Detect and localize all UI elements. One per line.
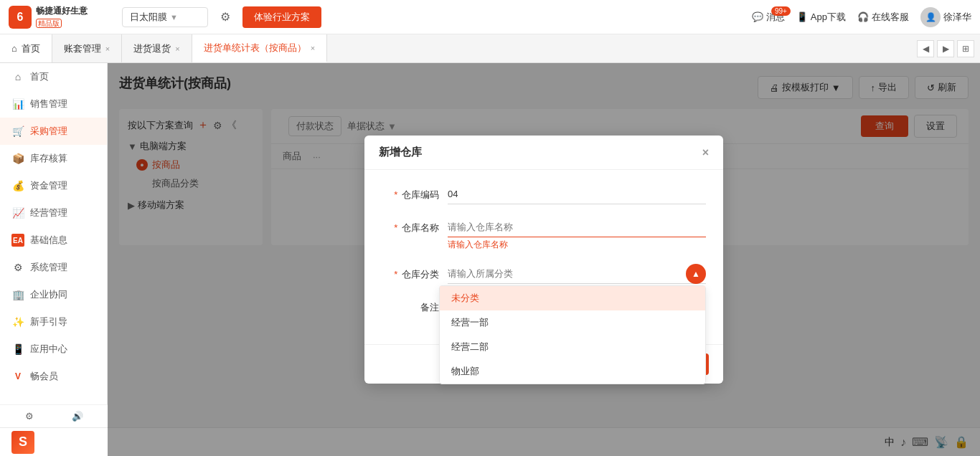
enterprise-icon: 🏢: [11, 289, 24, 300]
sidebar-item-operations[interactable]: 📈 经营管理: [0, 199, 107, 227]
sidebar-bottom-actions: ⚙ 🔊: [0, 404, 108, 427]
sidebar-item-finance[interactable]: 💰 资金管理: [0, 172, 107, 199]
sidebar-item-purchase[interactable]: 🛒 采购管理: [0, 118, 107, 145]
sidebar-item-system[interactable]: ⚙ 系统管理: [0, 254, 107, 281]
warehouse-category-row: * 仓库分类 ▲ 未分类: [382, 264, 706, 284]
app-download-button[interactable]: 📱 App下载: [796, 11, 846, 24]
finance-icon: 💰: [11, 180, 24, 191]
header-right: 💬 消息 99+ 📱 App下载 🎧 在线客服 👤 徐泽华: [752, 7, 971, 27]
sidebar-inventory-label: 库存核算: [30, 152, 67, 165]
tab-purchase-stat-label: 进货单统计表（按商品）: [204, 42, 306, 54]
logo-text-area: 畅捷通好生意 精品版: [36, 5, 88, 29]
home-sidebar-icon: ⌂: [11, 71, 24, 82]
messages-button[interactable]: 💬 消息 99+: [752, 11, 785, 24]
operations-icon: 📈: [11, 207, 24, 219]
category-label: * 仓库分类: [382, 264, 439, 281]
inventory-icon: 📦: [11, 153, 24, 164]
add-warehouse-modal: 新增仓库 × * 仓库编码: [364, 136, 723, 384]
logo-icon: 6: [9, 6, 32, 29]
online-service-button[interactable]: 🎧 在线客服: [857, 11, 909, 24]
main-content: 进货单统计(按商品) 🖨 按模板打印 ▼ ↑ 导出 ↺ 刷新: [108, 63, 980, 456]
user-menu-button[interactable]: 👤 徐泽华: [920, 7, 971, 27]
sidebar-item-vip[interactable]: V 畅会员: [0, 363, 107, 390]
name-error-message: 请输入仓库名称: [448, 239, 706, 251]
tab-accounts-label: 账套管理: [64, 42, 101, 55]
note-label: 备注: [382, 297, 439, 314]
store-selector[interactable]: 日太阳膜 ▼: [122, 7, 208, 27]
sidebar-purchase-label: 采购管理: [30, 125, 67, 138]
purchase-icon: 🛒: [11, 125, 24, 137]
tab-accounts[interactable]: 账套管理 ×: [52, 34, 122, 62]
dropdown-item-ops2[interactable]: 经营二部: [440, 335, 705, 359]
top-header: 6 畅捷通好生意 精品版 日太阳膜 ▼ ⚙ 体验行业方案 💬 消息 99+ 📱 …: [0, 0, 980, 34]
modal-body: * 仓库编码 * 仓库名称: [364, 170, 723, 344]
sidebar-operations-label: 经营管理: [30, 206, 67, 219]
tab-home[interactable]: ⌂ 首页: [0, 34, 52, 62]
trial-industry-button[interactable]: 体验行业方案: [242, 6, 321, 28]
store-name: 日太阳膜: [130, 11, 167, 24]
sales-icon: 📊: [11, 98, 24, 110]
store-arrow-icon: ▼: [170, 13, 178, 22]
main-layout: ⌂ 首页 📊 销售管理 🛒 采购管理 📦 库存核算 💰 资金管理 📈 经营管理 …: [0, 63, 980, 456]
app-label: App下载: [811, 11, 846, 24]
tab-purchase-return[interactable]: 进货退货 ×: [122, 34, 192, 62]
tab-purchase-stat[interactable]: 进货单统计表（按商品） ×: [192, 34, 327, 62]
home-icon: ⌂: [11, 43, 17, 54]
tab-home-label: 首页: [22, 42, 40, 55]
category-select-wrap: ▲: [448, 264, 706, 284]
s-logo-icon: S: [11, 431, 34, 454]
name-label: * 仓库名称: [382, 217, 439, 234]
sidebar-enterprise-label: 企业协同: [30, 288, 67, 301]
chevron-up-icon: ▲: [692, 269, 700, 279]
modal-close-button[interactable]: ×: [702, 146, 709, 159]
sidebar-guide-label: 新手引导: [30, 315, 67, 328]
sidebar-item-sales[interactable]: 📊 销售管理: [0, 90, 107, 118]
message-icon: 💬: [752, 11, 763, 22]
tab-purchase-return-label: 进货退货: [133, 42, 171, 55]
tab-expand-button[interactable]: ⊞: [957, 40, 974, 57]
settings-bottom-icon[interactable]: ⚙: [25, 411, 34, 422]
sidebar: ⌂ 首页 📊 销售管理 🛒 采购管理 📦 库存核算 💰 资金管理 📈 经营管理 …: [0, 63, 108, 456]
warehouse-name-input[interactable]: [448, 217, 706, 237]
sidebar-item-inventory[interactable]: 📦 库存核算: [0, 145, 107, 172]
dropdown-item-ops3[interactable]: 物业部: [440, 359, 705, 384]
message-badge: 99+: [771, 6, 791, 16]
footer-logo: S: [11, 431, 34, 454]
category-dropdown-button[interactable]: ▲: [686, 264, 706, 284]
sidebar-home-label: 首页: [30, 70, 49, 83]
logo-badge: 精品版: [36, 17, 88, 29]
sidebar-finance-label: 资金管理: [30, 179, 67, 192]
tab-purchase-stat-close-icon[interactable]: ×: [311, 44, 315, 52]
category-input[interactable]: [448, 264, 706, 284]
system-icon: ⚙: [11, 262, 24, 273]
phone-icon: 📱: [796, 11, 808, 22]
sidebar-item-app-center[interactable]: 📱 应用中心: [0, 336, 107, 363]
sidebar-item-guide[interactable]: ✨ 新手引导: [0, 308, 107, 336]
settings-gear-button[interactable]: ⚙: [214, 6, 237, 29]
sidebar-vip-label: 畅会员: [30, 370, 58, 383]
tab-bar: ⌂ 首页 账套管理 × 进货退货 × 进货单统计表（按商品） × ◀ ▶ ⊞: [0, 34, 980, 63]
tab-next-button[interactable]: ▶: [937, 40, 954, 57]
gear-icon: ⚙: [220, 10, 230, 24]
warehouse-code-input[interactable]: [448, 184, 706, 204]
sidebar-item-home[interactable]: ⌂ 首页: [0, 63, 107, 90]
user-avatar: 👤: [920, 7, 941, 27]
headset-icon: 🎧: [857, 11, 869, 22]
sidebar-item-enterprise[interactable]: 🏢 企业协同: [0, 281, 107, 308]
tab-purchase-return-close-icon[interactable]: ×: [175, 44, 179, 53]
guide-icon: ✨: [11, 316, 24, 328]
service-label: 在线客服: [872, 11, 909, 24]
dropdown-item-ops1[interactable]: 经营一部: [440, 310, 705, 335]
warehouse-name-row: * 仓库名称 请输入仓库名称: [382, 217, 706, 251]
tab-accounts-close-icon[interactable]: ×: [105, 44, 110, 53]
logo-text-line1: 畅捷通好生意: [36, 5, 88, 17]
app-center-icon: 📱: [11, 343, 24, 355]
audio-icon[interactable]: 🔊: [72, 411, 83, 422]
basic-info-icon: EA: [11, 234, 24, 247]
sidebar-item-basic-info[interactable]: EA 基础信息: [0, 227, 107, 254]
tab-prev-button[interactable]: ◀: [917, 40, 934, 57]
dropdown-item-unclassified[interactable]: 未分类: [440, 286, 705, 310]
sidebar-system-label: 系统管理: [30, 261, 67, 274]
logo-area: 6 畅捷通好生意 精品版: [9, 5, 116, 29]
modal-title: 新增仓库: [379, 146, 422, 159]
